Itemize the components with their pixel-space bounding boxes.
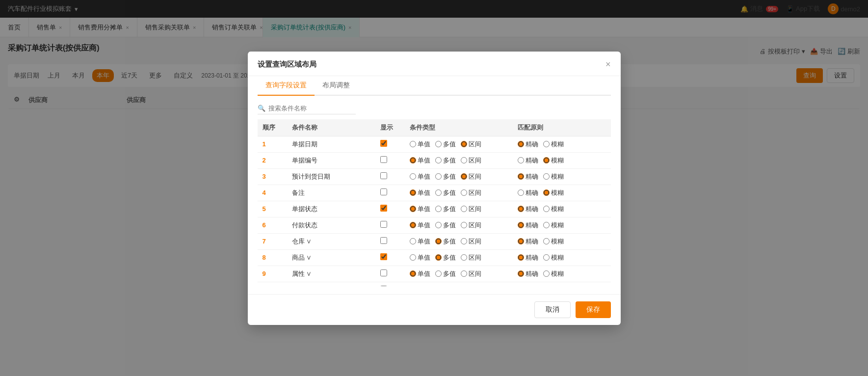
row-order: 9 <box>258 266 287 282</box>
match-radio-item[interactable]: 模糊 <box>543 172 564 181</box>
row-match-cell: 精确模糊 <box>513 282 611 286</box>
type-radio-item[interactable]: 多值 <box>435 221 456 230</box>
type-radio-item[interactable]: 区间 <box>461 253 481 262</box>
type-radio-item[interactable]: 区间 <box>461 237 481 246</box>
display-checkbox[interactable] <box>380 205 387 212</box>
table-row: 2单据编号单值多值区间精确模糊 <box>258 152 611 168</box>
type-radio-item[interactable]: 多值 <box>435 253 456 262</box>
modal-title: 设置查询区域布局 <box>258 60 316 69</box>
match-radio-item[interactable]: 模糊 <box>543 286 564 286</box>
display-checkbox[interactable] <box>380 221 387 228</box>
display-checkbox[interactable] <box>380 188 387 195</box>
type-radio-item[interactable]: 多值 <box>435 188 456 197</box>
th-name: 条件名称 <box>287 119 375 136</box>
row-display-cell <box>375 217 405 233</box>
match-radio-item[interactable]: 模糊 <box>543 221 564 230</box>
match-radio-item[interactable]: 精确 <box>518 221 538 230</box>
condition-search-box[interactable]: 🔍 <box>258 103 356 114</box>
settings-scroll-area: 顺序 条件名称 显示 条件类型 匹配原则 1单据日期单值多值区间精确模糊2单据编… <box>258 119 611 286</box>
type-radio-item[interactable]: 单值 <box>410 156 430 165</box>
type-radio-item[interactable]: 多值 <box>435 140 456 149</box>
modal-tab-layout[interactable]: 布局调整 <box>315 76 358 96</box>
match-radio-item[interactable]: 精确 <box>518 269 538 278</box>
row-type-cell: 单值多值区间 <box>405 266 513 282</box>
match-radio-item[interactable]: 模糊 <box>543 205 564 214</box>
row-order: 5 <box>258 201 287 217</box>
type-radio-item[interactable]: 区间 <box>461 205 481 214</box>
modal-tab-fields[interactable]: 查询字段设置 <box>258 76 315 96</box>
row-order: 2 <box>258 152 287 168</box>
type-radio-item[interactable]: 多值 <box>435 205 456 214</box>
type-radio-item[interactable]: 单值 <box>410 286 430 286</box>
type-radio-item[interactable]: 多值 <box>435 156 456 165</box>
type-radio-item[interactable]: 多值 <box>435 172 456 181</box>
row-display-cell <box>375 136 405 152</box>
match-radio-item[interactable]: 精确 <box>518 140 538 149</box>
type-radio-item[interactable]: 多值 <box>435 286 456 286</box>
table-row: 6付款状态单值多值区间精确模糊 <box>258 217 611 233</box>
match-radio-item[interactable]: 精确 <box>518 205 538 214</box>
display-checkbox[interactable] <box>380 140 387 147</box>
type-radio-item[interactable]: 单值 <box>410 253 430 262</box>
modal-body: 查询字段设置 布局调整 🔍 顺序 条件名称 显示 条件类型 <box>248 76 621 294</box>
display-checkbox[interactable] <box>380 172 387 179</box>
type-radio-item[interactable]: 区间 <box>461 140 481 149</box>
match-radio-item[interactable]: 模糊 <box>543 188 564 197</box>
type-radio-item[interactable]: 区间 <box>461 172 481 181</box>
modal-footer: 取消 保存 <box>248 294 621 325</box>
type-radio-item[interactable]: 区间 <box>461 286 481 286</box>
row-display-cell <box>375 249 405 266</box>
type-radio-item[interactable]: 单值 <box>410 221 430 230</box>
type-radio-item[interactable]: 单值 <box>410 205 430 214</box>
type-radio-item[interactable]: 单值 <box>410 172 430 181</box>
cancel-button[interactable]: 取消 <box>534 301 571 318</box>
display-checkbox[interactable] <box>380 156 387 163</box>
modal-overlay[interactable]: 设置查询区域布局 × 查询字段设置 布局调整 🔍 顺序 条件名 <box>0 0 868 376</box>
row-condition-name: 备注 <box>287 185 375 201</box>
type-radio-item[interactable]: 单值 <box>410 140 430 149</box>
modal-header: 设置查询区域布局 × <box>248 52 621 76</box>
display-checkbox[interactable] <box>380 269 387 276</box>
row-match-cell: 精确模糊 <box>513 152 611 168</box>
row-order: 8 <box>258 249 287 266</box>
row-order: 7 <box>258 233 287 249</box>
type-radio-item[interactable]: 多值 <box>435 269 456 278</box>
display-checkbox[interactable] <box>380 237 387 244</box>
row-display-cell <box>375 168 405 185</box>
th-type: 条件类型 <box>405 119 513 136</box>
match-radio-item[interactable]: 模糊 <box>543 156 564 165</box>
type-radio-item[interactable]: 单值 <box>410 237 430 246</box>
row-condition-name: 预计到货日期 <box>287 168 375 185</box>
type-radio-item[interactable]: 单值 <box>410 269 430 278</box>
condition-search-input[interactable] <box>268 105 347 112</box>
match-radio-item[interactable]: 模糊 <box>543 253 564 262</box>
search-icon: 🔍 <box>258 105 265 112</box>
type-radio-item[interactable]: 区间 <box>461 221 481 230</box>
modal-close-button[interactable]: × <box>605 59 611 70</box>
match-radio-item[interactable]: 精确 <box>518 286 538 286</box>
type-radio-item[interactable]: 区间 <box>461 269 481 278</box>
match-radio-item[interactable]: 精确 <box>518 253 538 262</box>
type-radio-item[interactable]: 区间 <box>461 156 481 165</box>
row-match-cell: 精确模糊 <box>513 217 611 233</box>
type-radio-item[interactable]: 多值 <box>435 237 456 246</box>
type-radio-item[interactable]: 区间 <box>461 188 481 197</box>
match-radio-item[interactable]: 模糊 <box>543 269 564 278</box>
row-type-cell: 单值多值区间 <box>405 152 513 168</box>
display-checkbox[interactable] <box>380 286 387 286</box>
row-display-cell <box>375 185 405 201</box>
row-order: 6 <box>258 217 287 233</box>
row-type-cell: 单值多值区间 <box>405 217 513 233</box>
type-radio-item[interactable]: 单值 <box>410 188 430 197</box>
match-radio-item[interactable]: 精确 <box>518 237 538 246</box>
row-condition-name: 单据状态 <box>287 201 375 217</box>
row-match-cell: 精确模糊 <box>513 185 611 201</box>
display-checkbox[interactable] <box>380 253 387 260</box>
match-radio-item[interactable]: 精确 <box>518 188 538 197</box>
match-radio-item[interactable]: 模糊 <box>543 140 564 149</box>
row-order: 1 <box>258 136 287 152</box>
match-radio-item[interactable]: 模糊 <box>543 237 564 246</box>
save-button[interactable]: 保存 <box>576 301 611 318</box>
match-radio-item[interactable]: 精确 <box>518 172 538 181</box>
match-radio-item[interactable]: 精确 <box>518 156 538 165</box>
